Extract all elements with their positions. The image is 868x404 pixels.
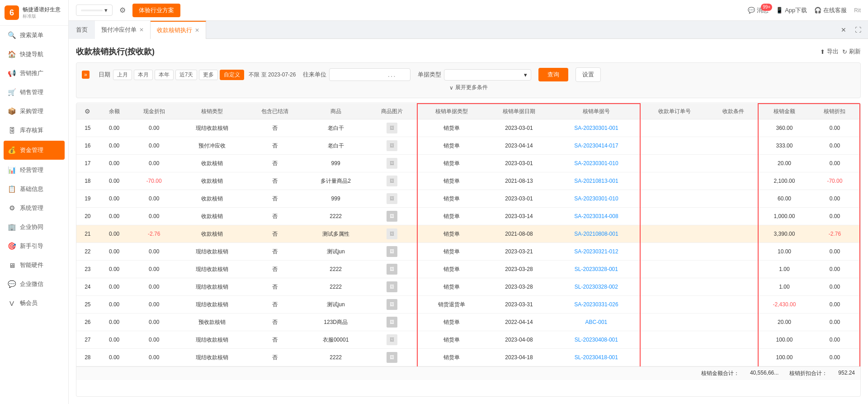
th-setting[interactable]: ⚙ [76, 104, 99, 119]
bill-no-link[interactable]: SL-20230328-001 [575, 266, 618, 272]
cell-product-image: 🖼 [368, 349, 417, 366]
sidebar-item-inventory[interactable]: 🗄 库存核算 [0, 121, 68, 140]
date-btn-more[interactable]: 更多 [199, 70, 218, 80]
query-button[interactable]: 查询 [538, 68, 568, 81]
online-service-button[interactable]: 🎧 在线客服 [814, 6, 847, 14]
bill-no-link[interactable]: SA-20230301-001 [574, 125, 618, 131]
purchase-icon: 📦 [7, 107, 16, 116]
bill-no-link[interactable]: SA-20210813-001 [574, 178, 618, 184]
from-unit-input[interactable] [333, 71, 387, 78]
date-btn-this-month[interactable]: 本月 [134, 70, 153, 80]
bill-no-link[interactable]: SL-20230328-002 [575, 284, 618, 290]
date-btn-last-month[interactable]: 上月 [113, 70, 132, 80]
footer-discount-value: 952.24 [838, 370, 855, 377]
table-body: 15 0.00 0.00 现结收款核销 否 老白干 🖼 销货单 2023-03-… [76, 119, 860, 366]
sidebar-label-finance: 资金管理 [20, 146, 43, 154]
cell-cancel-bill-type: 销货单 [417, 314, 486, 331]
column-settings-icon[interactable]: ⚙ [85, 108, 90, 115]
filter-row: » 日期 上月 本月 本年 近7天 更多 自定义 不限 至 2023-07-26 [82, 67, 855, 82]
cell-cancel-discount: -2.76 [810, 225, 860, 243]
cell-cancel-discount: 0.00 [810, 261, 860, 278]
from-unit-dots[interactable]: ... [387, 71, 396, 79]
sidebar-item-marketing[interactable]: 📢 营销推广 [0, 64, 68, 83]
tab-prepay-close[interactable]: ✕ [139, 27, 144, 33]
bill-no-link[interactable]: SL-20230408-001 [575, 337, 618, 343]
cell-cancel-amount: 333.00 [758, 137, 810, 155]
sidebar-item-guide[interactable]: 🎯 新手引导 [0, 237, 68, 256]
cell-cancel-bill-date: 2023-04-14 [485, 137, 552, 155]
cell-id: 26 [76, 314, 99, 331]
sidebar-item-member[interactable]: V 畅会员 [0, 294, 68, 313]
cell-cancel-type: 收款核销 [179, 172, 246, 190]
refresh-button[interactable]: ↻ 刷新 [842, 48, 861, 56]
product-image-placeholder: 🖼 [387, 193, 397, 204]
bill-no-link[interactable]: SA-20230331-026 [574, 301, 618, 308]
cell-balance: 0.00 [99, 331, 130, 349]
bill-no-link[interactable]: SL-20230418-001 [575, 354, 618, 361]
export-button[interactable]: ⬆ 导出 [820, 48, 839, 56]
cell-cancel-bill-no: SA-20230301-010 [553, 190, 641, 208]
cell-cancel-bill-date: 2023-03-01 [485, 155, 552, 172]
close-tab-icon[interactable]: ✕ [837, 24, 850, 36]
cell-cancel-type: 现结收款核销 [179, 278, 246, 296]
cell-cancel-bill-type: 销货单 [417, 225, 486, 243]
selector-chevron-icon: ▾ [104, 7, 108, 14]
cell-id: 15 [76, 119, 99, 137]
cell-cancel-bill-no: SA-20230301-001 [553, 119, 641, 137]
sidebar-item-business[interactable]: 📊 经营管理 [0, 161, 68, 180]
tab-receipt-close[interactable]: ✕ [195, 27, 199, 33]
sidebar-item-system[interactable]: ⚙ 系统管理 [0, 199, 68, 218]
app-logo: 6 畅捷通谱好生意 标准版 [0, 0, 68, 26]
cell-receipt-condition [708, 155, 758, 172]
cell-cancel-bill-type: 销货单 [417, 261, 486, 278]
select-chevron-icon: ▾ [524, 71, 527, 78]
sidebar-item-corp[interactable]: 🏢 企业协同 [0, 218, 68, 237]
expand-tab-icon[interactable]: ⛶ [852, 24, 864, 36]
date-btn-custom[interactable]: 自定义 [220, 70, 244, 80]
cell-cancel-bill-no: SA-20230314-008 [553, 208, 641, 225]
bill-no-link[interactable]: SA-20230301-010 [574, 195, 618, 202]
sidebar-item-sales[interactable]: 🛒 销售管理 [0, 83, 68, 102]
app-download-button[interactable]: 📱 App下载 [776, 6, 807, 14]
cell-receipt-order-no [640, 119, 708, 137]
cell-cancel-discount: 0.00 [810, 208, 860, 225]
sidebar-item-quicknav[interactable]: 🏠 快捷导航 [0, 45, 68, 64]
bill-type-select[interactable] [448, 71, 524, 78]
message-button[interactable]: 💬 消息 99+ [748, 6, 769, 14]
product-image-thumb: 🖼 [387, 246, 397, 257]
bill-no-link[interactable]: SA-20230321-012 [574, 248, 618, 255]
bill-no-link[interactable]: SA-20230314-008 [574, 213, 618, 219]
bill-no-link[interactable]: SA-20230301-010 [574, 160, 618, 166]
sidebar-item-hardware[interactable]: 🖥 智能硬件 [0, 256, 68, 275]
company-selector[interactable]: ▾ [76, 5, 113, 16]
tab-home[interactable]: 首页 [69, 21, 95, 39]
bill-no-link[interactable]: SA-20210808-001 [574, 231, 618, 237]
cell-balance: 0.00 [99, 208, 130, 225]
sidebar-label-search: 搜索菜单 [20, 31, 43, 39]
sidebar-item-purchase[interactable]: 📦 采购管理 [0, 102, 68, 121]
cell-cash-discount: 0.00 [129, 137, 178, 155]
cell-cancel-bill-date: 2023-04-08 [485, 331, 552, 349]
sidebar-item-search[interactable]: 🔍 搜索菜单 [0, 26, 68, 45]
expand-conditions-button[interactable]: ∨ 展开更多条件 [82, 82, 855, 93]
bill-no-link[interactable]: SA-20230414-017 [574, 143, 618, 149]
bill-no-link[interactable]: ABC-001 [585, 319, 608, 325]
th-include-settled: 包含已结清 [246, 104, 304, 119]
cell-id: 27 [76, 331, 99, 349]
tab-prepay[interactable]: 预付冲应付单 ✕ [95, 21, 151, 39]
date-btn-this-year[interactable]: 本年 [155, 70, 174, 80]
tab-receipt[interactable]: 收款核销执行 ✕ [151, 21, 206, 39]
date-btn-7days[interactable]: 近7天 [175, 70, 198, 80]
sidebar-item-wechat[interactable]: 💬 企业微信 [0, 275, 68, 294]
cell-balance: 0.00 [99, 190, 130, 208]
sidebar-item-finance[interactable]: 💰 资金管理 [4, 141, 65, 160]
table-row: 25 0.00 0.00 现结收款核销 否 测试jun 🖼 销货退货单 2023… [76, 296, 860, 314]
solution-button[interactable]: 体验行业方案 [132, 4, 180, 17]
settings-icon[interactable]: ⚙ [116, 4, 129, 17]
set-button[interactable]: 设置 [576, 67, 601, 82]
cell-receipt-condition [708, 314, 758, 331]
expand-arrow[interactable]: » [82, 71, 90, 79]
cell-product: 多计量商品2 [304, 172, 368, 190]
cell-cancel-discount: -70.00 [810, 172, 860, 190]
sidebar-item-basic[interactable]: 📋 基础信息 [0, 180, 68, 199]
